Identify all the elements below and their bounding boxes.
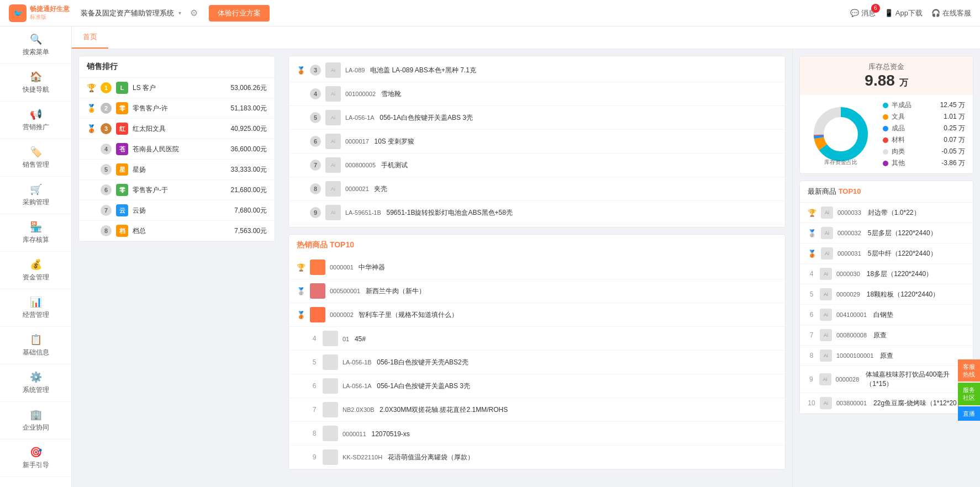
- sidebar-item-enterprise[interactable]: 🏢 企业协同: [0, 402, 71, 440]
- new-product-5: 5 Ai 0000029 18颗粒板（1220*2440）: [800, 284, 973, 305]
- rank-amount-8: 7,563.00元: [234, 226, 267, 236]
- hot-info-9: KK-SD22110H 花语萌值温分离罐袋（厚款）: [343, 453, 777, 462]
- hot-name-3: 智利车子里（规格不知道填什么）: [359, 311, 458, 319]
- middle-rank-num-3: 3: [310, 65, 321, 76]
- hot-item-7: 🥉 7 NB2.0X30B 2.0X30MM双搓花轴.搓花直径2.1MM/ROH…: [289, 398, 785, 422]
- rank-name-3: 红太阳文具: [133, 124, 226, 134]
- middle-product-img-3: Ai: [325, 62, 341, 78]
- new-code-2: 0000032: [837, 230, 861, 236]
- chart-legend: 半成品 12.45 万 文具 1.01 万 成品 0: [883, 100, 965, 168]
- new-code-3: 0000031: [837, 250, 861, 257]
- basic-icon: 📋: [30, 334, 42, 346]
- sidebar-label-guide: 新手引导: [23, 460, 49, 470]
- message-action[interactable]: 💬 消息 6: [850, 8, 876, 18]
- sidebar-item-inventory[interactable]: 🏪 库存核算: [0, 214, 71, 252]
- hot-code-9: KK-SD22110H: [343, 454, 382, 460]
- hot-item-4: 🥉 4 01 45#: [289, 327, 785, 351]
- inventory-total-section: 库存总资金 9.88 万: [800, 56, 973, 95]
- inventory-label: 库存总资金: [809, 62, 964, 72]
- sidebar-item-purchase[interactable]: 🛒 采购管理: [0, 177, 71, 214]
- new-num-6: 6: [808, 311, 815, 319]
- rank-amount-4: 36,600.00元: [231, 145, 267, 154]
- legend-value-6: -3.86 万: [941, 158, 965, 168]
- new-img-9: Ai: [819, 373, 831, 385]
- rank-name-4: 苍南县人民医院: [133, 145, 226, 154]
- rank-num-3: 3: [101, 123, 112, 134]
- middle-product-code-4: 001000002: [345, 91, 376, 97]
- rank-num-6: 6: [101, 184, 112, 195]
- rank-num-5: 5: [101, 164, 112, 175]
- gear-icon[interactable]: ⚙: [190, 8, 198, 18]
- message-badge: 6: [871, 4, 880, 13]
- legend-dot-1: [883, 103, 888, 108]
- sales-ranking-body: 🏆 1 L LS 客户 53,006.26元 🏅 2 零 零售客户-许 51,1…: [79, 78, 275, 241]
- middle-product-code-6: 0000017: [345, 138, 369, 145]
- hot-img-2: [310, 283, 325, 299]
- hot-code-7: NB2.0X30B: [343, 406, 374, 413]
- sidebar-item-operation[interactable]: 📊 经营管理: [0, 289, 71, 327]
- hot-img-8: [323, 426, 338, 441]
- rank-trophy-3: 🥉: [297, 66, 305, 75]
- hot-rank-8: 8: [310, 430, 318, 437]
- new-product-9: 9 Ai 0000028 体城嘉枝味苏打饮品400毫升（1*15）: [800, 366, 973, 393]
- top-actions: 💬 消息 6 📱 App下载 🎧 在线客服: [850, 8, 971, 18]
- hot-name-9: 花语萌值温分离罐袋（厚款）: [388, 453, 474, 461]
- sidebar-item-finance[interactable]: 💰 资金管理: [0, 252, 71, 289]
- app-download-label: App下载: [895, 8, 923, 18]
- hot-img-1: [310, 260, 325, 275]
- newest-top10: TOP10: [839, 187, 861, 195]
- hot-item-8: 🥉 8 0000011 12070519-xs: [289, 422, 785, 446]
- newest-products-list: 🏆 Ai 0000033 封边带（1.0*22） 🥈 Ai 0000032 5层…: [800, 203, 973, 414]
- hot-rank-5: 5: [310, 358, 318, 366]
- middle-product-img-8: Ai: [325, 181, 341, 197]
- float-btn-service[interactable]: 客服热线: [958, 359, 980, 382]
- float-btn-live[interactable]: 直播: [958, 406, 980, 421]
- rank-item-1: 🏆 1 L LS 客户 53,006.26元: [79, 78, 275, 98]
- new-product-6: 6 Ai 004100001 白钢垫: [800, 305, 973, 325]
- middle-product-7: 🥉 7 Ai 000800005 手机测试: [289, 153, 785, 177]
- app-download-action[interactable]: 📱 App下载: [884, 8, 923, 18]
- legend-dot-2: [883, 114, 888, 120]
- trial-button[interactable]: 体验行业方案: [209, 5, 270, 22]
- hot-code-5: LA-056-1B: [343, 359, 372, 366]
- logo-icon: 🐦: [9, 4, 27, 22]
- sidebar-item-basic[interactable]: 📋 基础信息: [0, 327, 71, 364]
- middle-rank-num-5: 5: [310, 112, 321, 123]
- legend-name-2: 文具: [892, 112, 940, 121]
- sidebar: 🔍 搜索菜单 🏠 快捷导航 📢 营销推广 🏷️ 销售管理 🛒 采购管理 🏪 库存…: [0, 27, 72, 487]
- hot-code-4: 01: [343, 336, 349, 342]
- sidebar-item-search[interactable]: 🔍 搜索菜单: [0, 27, 71, 64]
- sidebar-item-quick[interactable]: 🏠 快捷导航: [0, 64, 71, 102]
- hot-rank-6: 6: [310, 382, 318, 390]
- sidebar-label-system: 系统管理: [23, 385, 49, 395]
- hot-products-title-text: 热销商品 TOP10: [297, 240, 354, 249]
- sidebar-item-system[interactable]: ⚙️ 系统管理: [0, 364, 71, 402]
- hot-products-list: 🏆 0000001 中华神器 🥈 000500001: [289, 256, 785, 469]
- new-img-1: Ai: [821, 207, 833, 219]
- rank-name-8: 档总: [133, 226, 230, 236]
- new-product-1: 🏆 Ai 0000033 封边带（1.0*22）: [800, 203, 973, 223]
- online-service-action[interactable]: 🎧 在线客服: [931, 8, 971, 18]
- marketing-icon: 📢: [30, 108, 42, 120]
- float-btn-community[interactable]: 服务社区: [958, 383, 980, 405]
- rank-avatar-3: 红: [116, 123, 128, 135]
- hot-img-9: [323, 449, 338, 465]
- middle-rank-num-9: 9: [310, 207, 321, 218]
- middle-product-name-7: 手机测试: [381, 161, 408, 169]
- new-code-10: 003800001: [836, 400, 867, 406]
- new-name-6: 白钢垫: [873, 310, 893, 320]
- tab-home[interactable]: 首页: [72, 27, 108, 49]
- sidebar-item-sales[interactable]: 🏷️ 销售管理: [0, 139, 71, 177]
- rank-avatar-5: 星: [116, 163, 128, 176]
- hot-products-card: 热销商品 TOP10 🏆 0000001 中华神器 🥈: [288, 234, 786, 470]
- rank-amount-7: 7,680.00元: [234, 206, 267, 215]
- sidebar-item-marketing[interactable]: 📢 营销推广: [0, 102, 71, 139]
- sidebar-item-guide[interactable]: 🎯 新手引导: [0, 440, 71, 477]
- donut-chart-area: 库存资金占比 半成品 12.45 万 文具 1.01 万: [800, 95, 973, 173]
- middle-product-img-9: Ai: [325, 205, 341, 220]
- hot-info-1: 0000001 中华神器: [330, 263, 777, 272]
- legend-item-4: 材料 0.07 万: [883, 135, 965, 145]
- legend-name-1: 半成品: [892, 100, 937, 110]
- new-num-4: 4: [808, 270, 815, 278]
- dropdown-arrow-icon[interactable]: ▾: [178, 10, 181, 16]
